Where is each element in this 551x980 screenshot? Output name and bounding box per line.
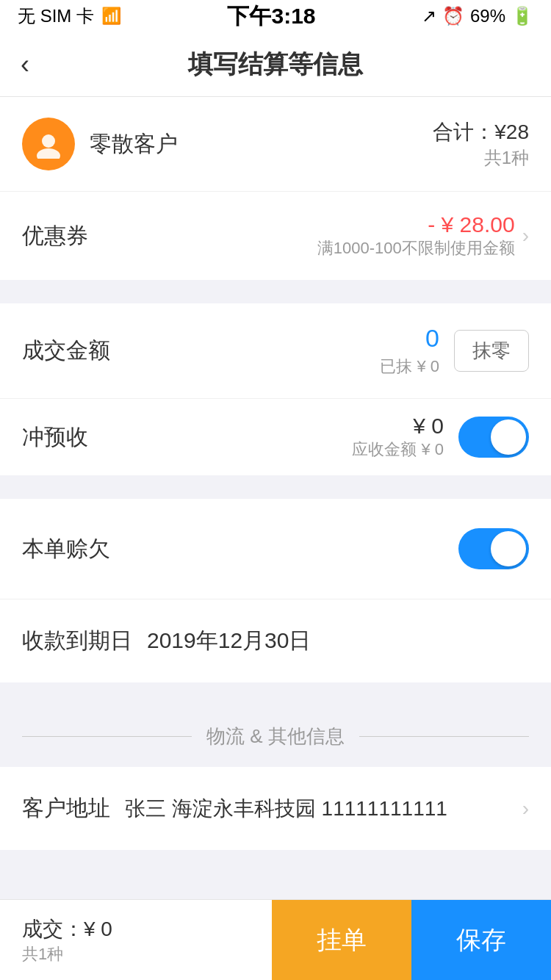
carrier-label: 无 SIM 卡 — [18, 4, 94, 28]
chong-sub-amount: 应收金额 ¥ 0 — [352, 439, 444, 461]
customer-count: 共1种 — [433, 146, 529, 170]
logistics-section-header: 物流 & 其他信息 — [0, 706, 551, 767]
coupon-right: - ¥ 28.00 满1000-100不限制使用金额 — [317, 212, 515, 259]
bottom-count: 共1种 — [22, 943, 250, 965]
header-line-left — [22, 736, 192, 737]
chong-right: ¥ 0 应收金额 ¥ 0 — [352, 414, 529, 461]
section-divider-1 — [0, 292, 551, 303]
coupon-amount: - ¥ 28.00 — [317, 212, 515, 237]
deal-amount-row: 成交金额 0 已抹 ¥ 0 抹零 — [0, 303, 551, 399]
duedate-value[interactable]: 2019年12月30日 — [147, 626, 311, 656]
chong-precollect-row: 冲预收 ¥ 0 应收金额 ¥ 0 — [0, 399, 551, 475]
svg-point-1 — [37, 148, 60, 159]
coupon-desc: 满1000-100不限制使用金额 — [317, 237, 515, 259]
save-button[interactable]: 保存 — [411, 900, 551, 981]
status-left: 无 SIM 卡 📶 — [18, 4, 121, 28]
section-divider-3 — [0, 694, 551, 706]
debt-card: 本单赊欠 收款到期日 2019年12月30日 — [0, 499, 551, 682]
status-bar: 无 SIM 卡 📶 下午3:18 ↗ ⏰ 69% 🔋 — [0, 0, 551, 32]
wifi-icon: 📶 — [101, 7, 121, 26]
deal-amount-right: 0 已抹 ¥ 0 抹零 — [380, 324, 529, 378]
hold-button[interactable]: 挂单 — [272, 900, 411, 981]
coupon-row[interactable]: 优惠券 - ¥ 28.00 满1000-100不限制使用金额 › — [0, 191, 551, 280]
customer-left: 零散客户 — [22, 118, 178, 170]
address-row[interactable]: 客户地址 张三 海淀永丰科技园 11111111111 › — [0, 767, 551, 850]
battery-icon: 🔋 — [511, 6, 533, 26]
page-title: 填写结算等信息 — [188, 48, 363, 82]
customer-name: 零散客户 — [90, 129, 178, 159]
chong-amounts: ¥ 0 应收金额 ¥ 0 — [352, 414, 444, 461]
bottom-deal-label: 成交： — [22, 918, 84, 940]
chong-toggle-knob — [491, 419, 526, 455]
deal-amount-card: 成交金额 0 已抹 ¥ 0 抹零 冲预收 ¥ 0 应收金额 ¥ 0 — [0, 303, 551, 475]
coupon-right-wrapper: - ¥ 28.00 满1000-100不限制使用金额 › — [317, 212, 529, 259]
debt-toggle-knob — [491, 531, 526, 566]
svg-point-0 — [42, 134, 55, 148]
deal-amount-col: 0 已抹 ¥ 0 — [380, 324, 439, 378]
back-button[interactable]: ‹ — [21, 49, 29, 80]
location-icon: ↗ — [422, 6, 436, 26]
address-label: 客户地址 — [22, 793, 110, 824]
alarm-icon: ⏰ — [442, 6, 464, 26]
customer-row: 零散客户 合计：¥28 共1种 — [0, 97, 551, 191]
coupon-arrow-icon: › — [522, 224, 529, 248]
logistics-header-text: 物流 & 其他信息 — [206, 724, 345, 749]
section-divider-2 — [0, 487, 551, 499]
address-value: 张三 海淀永丰科技园 11111111111 — [125, 795, 522, 823]
deal-amount-value[interactable]: 0 — [380, 324, 439, 353]
nav-bar: ‹ 填写结算等信息 — [0, 32, 551, 97]
duedate-row: 收款到期日 2019年12月30日 — [0, 599, 551, 682]
status-time: 下午3:18 — [227, 1, 315, 32]
bottom-deal-value: ¥ 0 — [84, 918, 112, 940]
battery-label: 69% — [470, 6, 505, 26]
address-card: 客户地址 张三 海淀永丰科技园 11111111111 › — [0, 767, 551, 850]
status-right: ↗ ⏰ 69% 🔋 — [422, 6, 533, 26]
bottom-bar: 成交：¥ 0 共1种 挂单 保存 — [0, 899, 551, 980]
round-zero-button[interactable]: 抹零 — [454, 330, 529, 372]
debt-row: 本单赊欠 — [0, 499, 551, 599]
customer-card: 零散客户 合计：¥28 共1种 优惠券 - ¥ 28.00 满1000-100不… — [0, 97, 551, 280]
chong-main-amount: ¥ 0 — [352, 414, 444, 439]
main-content: 零散客户 合计：¥28 共1种 优惠券 - ¥ 28.00 满1000-100不… — [0, 97, 551, 980]
bottom-deal-amount: 成交：¥ 0 — [22, 915, 250, 943]
customer-total: 合计：¥28 — [433, 118, 529, 146]
debt-toggle[interactable] — [458, 528, 529, 569]
customer-right: 合计：¥28 共1种 — [433, 118, 529, 170]
deal-amount-sub: 已抹 ¥ 0 — [380, 356, 439, 378]
duedate-label: 收款到期日 — [22, 626, 132, 656]
bottom-summary: 成交：¥ 0 共1种 — [0, 915, 272, 965]
debt-label: 本单赊欠 — [22, 534, 110, 564]
coupon-label: 优惠券 — [22, 221, 88, 251]
header-line-right — [359, 736, 529, 737]
chong-label: 冲预收 — [22, 422, 88, 453]
address-arrow-icon: › — [522, 797, 529, 821]
deal-amount-label: 成交金额 — [22, 336, 110, 366]
chong-toggle[interactable] — [458, 417, 529, 458]
customer-avatar — [22, 118, 75, 170]
